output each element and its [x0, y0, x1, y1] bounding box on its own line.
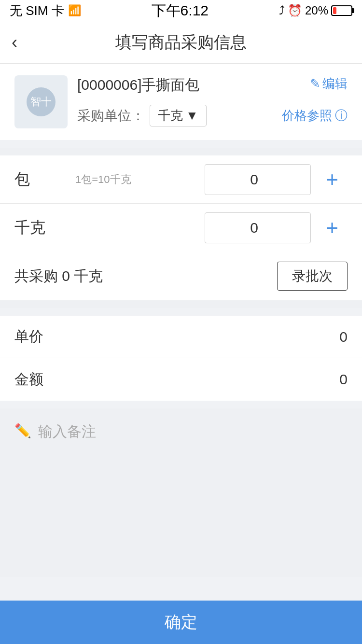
- back-button[interactable]: ‹: [12, 32, 17, 53]
- price-ref-label: 价格参照: [282, 107, 332, 124]
- price-ref-button[interactable]: 价格参照 ⓘ: [282, 107, 348, 124]
- bao-plus-button[interactable]: +: [317, 164, 348, 195]
- edit-label: 编辑: [322, 75, 348, 92]
- notes-placeholder: 输入备注: [38, 422, 96, 442]
- kg-input[interactable]: [205, 212, 311, 243]
- edit-button[interactable]: ✎ 编辑: [310, 75, 348, 92]
- product-card: 智十 [0000006]手撕面包 ✎ 编辑 采购单位： 千克 ▼ 价格参照 ⓘ: [0, 64, 362, 140]
- edit-icon: ✎: [310, 76, 320, 91]
- status-bar: 无 SIM 卡 📶 下午6:12 ⤴ ⏰ 20%: [0, 0, 362, 21]
- location-icon: ⤴: [279, 4, 285, 17]
- unit-left: 采购单位： 千克 ▼: [77, 105, 207, 126]
- product-image: 智十: [14, 75, 68, 128]
- kg-row: 千克 +: [0, 204, 362, 252]
- status-left: 无 SIM 卡 📶: [10, 2, 81, 19]
- unit-price-label: 单价: [14, 327, 43, 347]
- bao-sublabel: 1包=10千克: [75, 172, 131, 187]
- amount-row: 金额 0: [0, 358, 362, 401]
- unit-value: 千克: [158, 107, 183, 124]
- price-section: 单价 0 金额 0: [0, 316, 362, 401]
- wifi-icon: 📶: [68, 4, 81, 17]
- bao-row: 包 1包=10千克 +: [0, 155, 362, 204]
- product-unit-row: 采购单位： 千克 ▼ 价格参照 ⓘ: [77, 105, 348, 126]
- pencil-icon: ✏️: [14, 423, 31, 439]
- product-header: [0000006]手撕面包 ✎ 编辑: [77, 75, 348, 95]
- amount-label: 金额: [14, 370, 43, 390]
- unit-price-value: 0: [339, 329, 348, 345]
- summary-row: 共采购 0 千克 录批次: [0, 252, 362, 300]
- kg-input-wrapper: +: [72, 212, 348, 243]
- input-section: 包 1包=10千克 + 千克 +: [0, 155, 362, 252]
- unit-dropdown[interactable]: 千克 ▼: [150, 105, 207, 126]
- divider-1: [0, 148, 362, 155]
- summary-text: 共采购 0 千克: [14, 266, 103, 286]
- bao-label: 包: [14, 169, 72, 190]
- kg-plus-button[interactable]: +: [317, 212, 348, 243]
- notes-section[interactable]: ✏️ 输入备注: [0, 408, 362, 577]
- batch-button[interactable]: 录批次: [277, 262, 348, 291]
- confirm-button[interactable]: 确定: [0, 601, 362, 644]
- chevron-down-icon: ▼: [186, 108, 198, 123]
- status-time: 下午6:12: [152, 1, 209, 21]
- battery-fill: [333, 7, 336, 14]
- carrier-text: 无 SIM 卡: [10, 2, 64, 19]
- alarm-icon: ⏰: [288, 4, 302, 17]
- bao-input[interactable]: [205, 164, 311, 195]
- unit-price-row: 单价 0: [0, 316, 362, 358]
- unit-label: 采购单位：: [77, 107, 145, 125]
- product-name: [0000006]手撕面包: [77, 75, 199, 95]
- logo-text: 智十: [30, 95, 52, 109]
- confirm-label: 确定: [165, 611, 197, 633]
- kg-label: 千克: [14, 217, 72, 238]
- battery-icon: [331, 5, 352, 16]
- divider-2: [0, 300, 362, 308]
- battery-percent: 20%: [305, 4, 328, 17]
- amount-value: 0: [339, 371, 348, 388]
- bao-input-wrapper: +: [131, 164, 348, 195]
- status-right: ⤴ ⏰ 20%: [279, 4, 352, 17]
- product-logo: 智十: [27, 87, 56, 116]
- product-info: [0000006]手撕面包 ✎ 编辑 采购单位： 千克 ▼ 价格参照 ⓘ: [77, 75, 348, 126]
- page-title: 填写商品采购信息: [115, 31, 247, 54]
- help-icon: ⓘ: [335, 107, 348, 124]
- nav-bar: ‹ 填写商品采购信息: [0, 21, 362, 64]
